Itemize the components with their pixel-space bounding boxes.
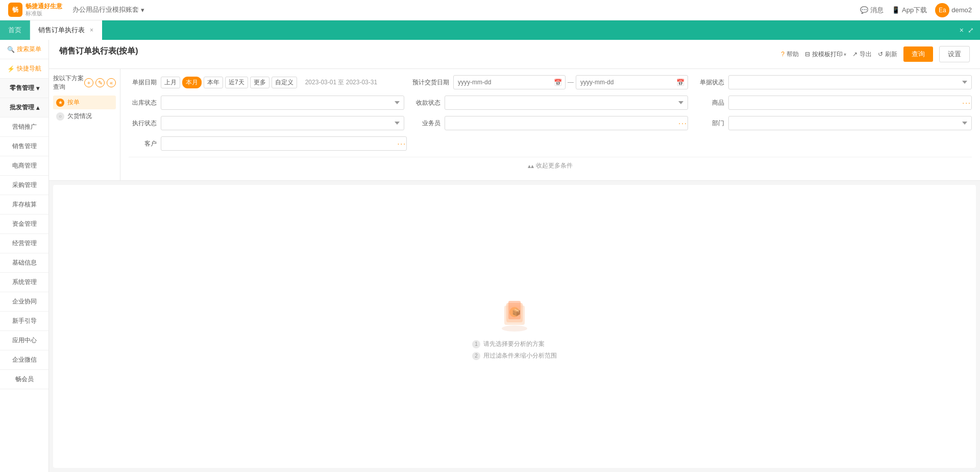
sidebar-wechat-label: 企业微信 xyxy=(12,356,37,364)
window-expand-icon[interactable]: ⤢ xyxy=(968,26,974,34)
message-icon: 💬 xyxy=(860,6,868,14)
goods-label: 商品 xyxy=(696,99,724,107)
filter-sales-field: 业务员 ··· xyxy=(412,116,688,130)
step-num-1: 1 xyxy=(472,340,480,348)
query-button[interactable]: 查询 xyxy=(903,46,933,62)
tab-home-label: 首页 xyxy=(8,26,21,35)
status-select[interactable] xyxy=(728,75,972,89)
customer-input-wrap[interactable]: ··· xyxy=(161,136,407,151)
exec-select[interactable] xyxy=(161,116,404,130)
sidebar-quick-nav[interactable]: ⚡ 快捷导航 xyxy=(0,59,48,79)
filter-expected-date-field: 预计交货日期 📅 — 📅 xyxy=(412,75,688,89)
logo-area: 畅 畅捷通好生意 标准版 xyxy=(8,3,62,17)
filter-panel: 按以下方案查询 + ✎ « ★ 按单 ○ 欠货情况 xyxy=(49,69,980,181)
tab-home[interactable]: 首页 xyxy=(0,20,30,40)
sidebar-item-wechat[interactable]: 企业微信 xyxy=(0,350,48,370)
refresh-icon: ↺ xyxy=(878,51,883,58)
sidebar-item-wholesale[interactable]: 批发管理 ▴ xyxy=(0,98,48,117)
breadcrumb-arrow[interactable]: ▾ xyxy=(141,6,144,14)
customer-dots-icon[interactable]: ··· xyxy=(397,139,406,148)
sidebar-item-basic[interactable]: 基础信息 xyxy=(0,253,48,273)
expected-date-start-input[interactable] xyxy=(454,79,551,86)
sidebar: 🔍 搜索菜单 ⚡ 快捷导航 零售管理 ▾ 批发管理 ▴ 营销推广 销售管理 电商… xyxy=(0,40,49,472)
print-btn[interactable]: ⊟ 按模板打印 ▾ xyxy=(805,50,846,59)
sidebar-item-member[interactable]: 畅会员 xyxy=(0,370,48,389)
date-btn-more[interactable]: 更多 xyxy=(250,77,270,88)
goods-input[interactable] xyxy=(729,99,962,106)
sidebar-item-finance[interactable]: 资金管理 xyxy=(0,215,48,234)
filter-status-field: 单据状态 xyxy=(696,75,972,89)
filter-row-2: 出库状态 收款状态 商品 xyxy=(129,96,972,110)
scheme-item-order[interactable]: ★ 按单 xyxy=(53,96,116,109)
date-btn-group: 上月 本月 本年 近7天 更多 自定义 xyxy=(161,77,297,88)
scheme-collapse-btn[interactable]: « xyxy=(107,78,116,87)
window-close-icon[interactable]: × xyxy=(960,26,964,34)
sales-input[interactable] xyxy=(445,120,678,127)
export-btn[interactable]: ↗ 导出 xyxy=(852,50,872,59)
tab-close-icon[interactable]: × xyxy=(90,27,93,34)
sidebar-item-sales[interactable]: 销售管理 xyxy=(0,137,48,156)
logo-text: 畅捷通好生意 xyxy=(26,3,62,10)
print-label: 按模板打印 xyxy=(812,50,843,59)
settings-button[interactable]: 设置 xyxy=(939,46,970,62)
header-right: 💬 消息 📱 App下载 Ea demo2 xyxy=(860,3,972,17)
scheme-edit-btn[interactable]: ✎ xyxy=(95,78,105,87)
date-separator: — xyxy=(568,79,574,86)
filter-exec-field: 执行状态 xyxy=(129,116,404,130)
sidebar-item-enterprise[interactable]: 企业协同 xyxy=(0,292,48,312)
svg-text:📦: 📦 xyxy=(512,308,521,317)
scheme-add-btn[interactable]: + xyxy=(84,78,93,87)
date-label: 单据日期 xyxy=(129,78,157,87)
date-btn-year[interactable]: 本年 xyxy=(204,77,223,88)
goods-dots-icon[interactable]: ··· xyxy=(962,99,971,107)
sidebar-item-inventory[interactable]: 库存核算 xyxy=(0,195,48,215)
scheme-item-shortage-label: 欠货情况 xyxy=(67,112,92,121)
calendar-icon-start: 📅 xyxy=(551,79,565,86)
sidebar-wholesale-arrow: ▴ xyxy=(36,104,39,111)
sidebar-item-apps[interactable]: 应用中心 xyxy=(0,331,48,350)
sidebar-item-purchase[interactable]: 采购管理 xyxy=(0,176,48,195)
customer-input[interactable] xyxy=(161,140,397,147)
scheme-item-shortage[interactable]: ○ 欠货情况 xyxy=(53,109,116,123)
sidebar-item-ecommerce[interactable]: 电商管理 xyxy=(0,156,48,176)
sales-dots-icon[interactable]: ··· xyxy=(678,119,688,127)
sales-input-wrap[interactable]: ··· xyxy=(445,116,688,130)
sidebar-item-newuser[interactable]: 新手引导 xyxy=(0,312,48,331)
logo-text-block: 畅捷通好生意 标准版 xyxy=(26,3,62,17)
collapse-btn[interactable]: ▴▴ 收起更多条件 xyxy=(129,157,972,174)
date-btn-custom[interactable]: 自定义 xyxy=(272,77,297,88)
scheme-header: 按以下方案查询 + ✎ « xyxy=(53,74,116,91)
refresh-btn[interactable]: ↺ 刷新 xyxy=(878,50,897,59)
sidebar-item-retail[interactable]: 零售管理 ▾ xyxy=(0,79,48,98)
empty-illustration: 📦 xyxy=(494,293,535,334)
sidebar-item-operations[interactable]: 经营管理 xyxy=(0,234,48,253)
sidebar-search[interactable]: 🔍 搜索菜单 xyxy=(0,40,48,59)
page-title: 销售订单执行表(按单) xyxy=(59,46,138,63)
sidebar-item-system[interactable]: 系统管理 xyxy=(0,273,48,292)
goods-input-wrap[interactable]: ··· xyxy=(728,96,972,110)
message-btn[interactable]: 💬 消息 xyxy=(860,6,884,15)
message-label: 消息 xyxy=(870,6,884,15)
logo-sub: 标准版 xyxy=(26,10,62,17)
help-btn[interactable]: ? 帮助 xyxy=(781,50,799,59)
date-btn-7days[interactable]: 近7天 xyxy=(225,77,248,88)
dept-select[interactable] xyxy=(728,116,972,130)
username: demo2 xyxy=(951,6,972,14)
sidebar-apps-label: 应用中心 xyxy=(12,336,37,345)
logo-icon: 畅 xyxy=(8,3,22,17)
scheme-item-order-label: 按单 xyxy=(67,98,80,107)
outstock-select[interactable] xyxy=(161,96,404,110)
date-btn-cur-month[interactable]: 本月 xyxy=(182,77,202,88)
customer-label: 客户 xyxy=(129,139,157,148)
tab-sales-order[interactable]: 销售订单执行表 × xyxy=(30,20,102,40)
date-btn-prev-month[interactable]: 上月 xyxy=(161,77,180,88)
app-download-btn[interactable]: 📱 App下载 xyxy=(892,6,927,15)
help-label: 帮助 xyxy=(787,50,799,59)
expected-date-end[interactable]: 📅 xyxy=(576,75,688,89)
pay-select[interactable] xyxy=(445,96,688,110)
sidebar-item-marketing[interactable]: 营销推广 xyxy=(0,117,48,137)
expected-date-start[interactable]: 📅 xyxy=(453,75,566,89)
expected-date-end-input[interactable] xyxy=(576,79,673,86)
user-area[interactable]: Ea demo2 xyxy=(935,3,972,17)
data-area: 📦 1 请先选择要分析的方案 2 用过滤条件来缩小分析范围 xyxy=(53,185,976,468)
